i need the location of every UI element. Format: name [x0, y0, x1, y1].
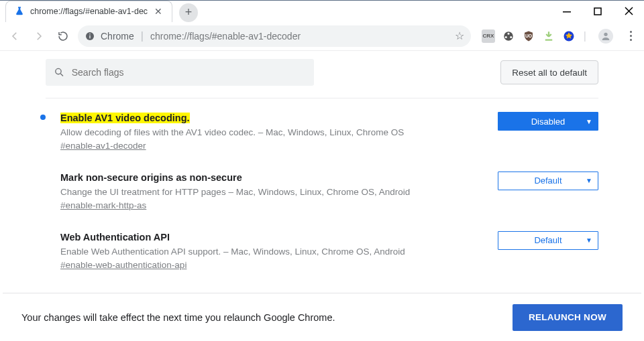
- extension-icon-badge[interactable]: [562, 29, 576, 43]
- flag-dropdown[interactable]: Default ▼: [498, 172, 598, 190]
- omnibox-url: chrome://flags/#enable-av1-decoder: [150, 31, 449, 42]
- flag-dropdown-value: Disabled: [531, 117, 566, 127]
- bookmark-star-icon[interactable]: ☆: [455, 29, 464, 42]
- flag-description: Allow decoding of files with the AV1 vid…: [60, 127, 484, 139]
- flag-anchor-link[interactable]: #enable-av1-decoder: [60, 141, 146, 151]
- extension-icon-shield[interactable]: UO: [522, 29, 535, 43]
- extension-icons: CRX UO: [482, 29, 576, 43]
- extension-icon-download[interactable]: [542, 29, 555, 43]
- chevron-down-icon: ▼: [586, 118, 592, 125]
- extension-icon-crx[interactable]: CRX: [482, 29, 495, 43]
- flag-description: Change the UI treatment for HTTP pages –…: [60, 186, 484, 199]
- maximize-button[interactable]: [582, 1, 613, 21]
- flag-title: Enable AV1 video decoding.: [60, 113, 190, 123]
- svg-point-12: [56, 68, 61, 74]
- tab-title: chrome://flags/#enable-av1-dec: [30, 7, 148, 16]
- svg-rect-0: [563, 11, 571, 13]
- window-titlebar: chrome://flags/#enable-av1-dec ✕ +: [0, 0, 644, 21]
- svg-point-6: [507, 32, 509, 34]
- flag-dropdown-value: Default: [534, 176, 561, 186]
- flag-dropdown[interactable]: Default ▼: [498, 231, 598, 250]
- modified-indicator: [39, 231, 47, 234]
- tabstrip: chrome://flags/#enable-av1-dec ✕ +: [0, 1, 198, 22]
- search-flags[interactable]: [46, 59, 314, 86]
- search-icon: [54, 66, 65, 78]
- svg-rect-3: [89, 35, 90, 38]
- flask-icon: [14, 6, 25, 17]
- relaunch-button[interactable]: RELAUNCH NOW: [513, 304, 623, 331]
- flag-item: Mark non-secure origins as non-secure Ch…: [39, 158, 598, 218]
- modified-indicator: [39, 112, 47, 120]
- flag-dropdown-value: Default: [534, 235, 561, 245]
- chrome-menu-button[interactable]: [623, 31, 639, 41]
- svg-rect-1: [594, 8, 601, 15]
- omnibox-origin-label: Chrome: [101, 31, 134, 42]
- new-tab-button[interactable]: +: [179, 3, 198, 22]
- omnibox-separator: |: [141, 30, 144, 42]
- window-controls: [551, 1, 644, 21]
- back-button[interactable]: [5, 27, 24, 46]
- toolbar-divider: |: [584, 30, 586, 42]
- svg-rect-4: [89, 33, 90, 34]
- browser-tab[interactable]: chrome://flags/#enable-av1-dec ✕: [5, 1, 172, 22]
- extension-icon-film[interactable]: [502, 29, 515, 43]
- chevron-down-icon: ▼: [586, 236, 592, 244]
- profile-avatar[interactable]: [598, 29, 613, 44]
- relaunch-message: Your changes will take effect the next t…: [21, 312, 335, 323]
- browser-toolbar: Chrome | chrome://flags/#enable-av1-deco…: [0, 21, 644, 51]
- modified-indicator: [39, 172, 47, 174]
- flag-item: Web Authentication API Enable Web Authen…: [39, 218, 598, 277]
- search-input[interactable]: [72, 67, 306, 78]
- minimize-button[interactable]: [551, 1, 582, 21]
- flag-title: Mark non-secure origins as non-secure: [60, 172, 242, 183]
- svg-point-11: [604, 32, 607, 36]
- chevron-down-icon: ▼: [586, 177, 592, 184]
- omnibox[interactable]: Chrome | chrome://flags/#enable-av1-deco…: [78, 25, 471, 47]
- flag-anchor-link[interactable]: #enable-web-authentication-api: [60, 260, 186, 270]
- svg-point-7: [505, 36, 507, 38]
- flag-description: Enable Web Authentication API support. –…: [60, 246, 484, 259]
- flag-dropdown[interactable]: Disabled ▼: [498, 112, 598, 131]
- window-close-button[interactable]: [613, 1, 644, 21]
- flag-title: Web Authentication API: [60, 232, 170, 243]
- reset-all-button[interactable]: Reset all to default: [500, 60, 598, 84]
- relaunch-bar: Your changes will take effect the next t…: [3, 293, 641, 341]
- flag-anchor-link[interactable]: #enable-mark-http-as: [60, 200, 146, 210]
- reload-button[interactable]: [54, 27, 72, 46]
- forward-button[interactable]: [30, 27, 48, 46]
- site-info-icon[interactable]: [85, 31, 95, 42]
- svg-point-8: [510, 36, 512, 38]
- svg-text:UO: UO: [525, 33, 532, 38]
- flags-topbar: Reset all to default: [46, 51, 598, 98]
- close-icon[interactable]: ✕: [153, 6, 164, 17]
- flag-item: Enable AV1 video decoding. Allow decodin…: [39, 98, 598, 158]
